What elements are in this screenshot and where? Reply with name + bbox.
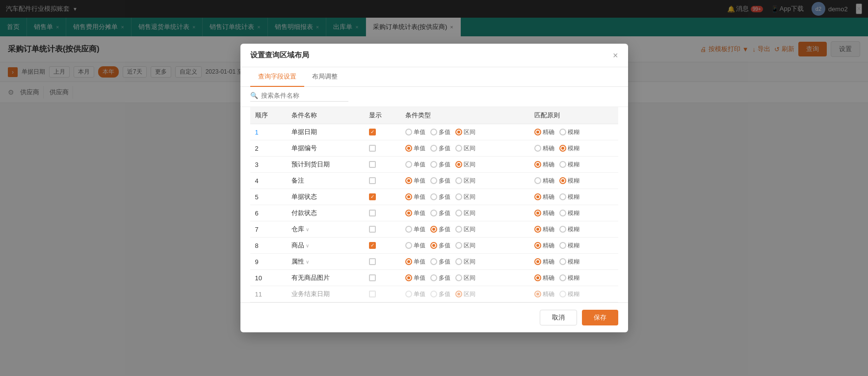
type-radio-单值[interactable]: 单值: [405, 274, 425, 282]
type-radio-多值[interactable]: 多值: [430, 225, 450, 234]
match-radio-模糊[interactable]: 模糊: [559, 209, 579, 217]
display-checkbox[interactable]: [369, 226, 376, 233]
radio-circle: [455, 274, 462, 281]
row-order: 10: [250, 270, 287, 286]
type-radio-多值[interactable]: 多值: [430, 161, 450, 169]
match-radio-精确[interactable]: 精确: [534, 209, 554, 217]
search-input[interactable]: [261, 92, 340, 99]
type-radio-多值[interactable]: 多值: [430, 193, 450, 201]
display-checkbox[interactable]: [369, 145, 376, 152]
display-checkbox[interactable]: [369, 258, 376, 265]
type-radio-区间[interactable]: 区间: [455, 209, 475, 217]
radio-circle: [455, 145, 462, 152]
type-radio-单值[interactable]: 单值: [405, 242, 425, 250]
type-radio-区间[interactable]: 区间: [455, 128, 475, 136]
type-radio-多值[interactable]: 多值: [430, 274, 450, 282]
type-radio-多值[interactable]: 多值: [430, 209, 450, 217]
match-radio-模糊[interactable]: 模糊: [559, 161, 579, 169]
type-radio-区间[interactable]: 区间: [455, 274, 475, 282]
table-row: 5单据状态单值多值区间精确模糊: [250, 189, 618, 205]
type-radio-区间[interactable]: 区间: [455, 242, 475, 250]
type-radio-区间[interactable]: 区间: [455, 161, 475, 169]
type-radio-多值[interactable]: 多值: [430, 177, 450, 185]
radio-circle: [455, 226, 462, 233]
match-radio-模糊[interactable]: 模糊: [559, 258, 579, 266]
match-radio-模糊[interactable]: 模糊: [559, 225, 579, 234]
display-checkbox[interactable]: [369, 274, 376, 281]
type-radio-单值[interactable]: 单值: [405, 161, 425, 169]
table-row: 7仓库 ∨单值多值区间精确模糊: [250, 221, 618, 238]
match-radio-精确[interactable]: 精确: [534, 161, 554, 169]
row-type: 单值多值区间: [400, 124, 529, 140]
row-display: [364, 157, 400, 173]
display-checkbox[interactable]: [369, 291, 376, 297]
radio-circle: [405, 226, 412, 233]
radio-circle: [559, 145, 566, 152]
type-radio-多值[interactable]: 多值: [430, 258, 450, 266]
match-radio-模糊[interactable]: 模糊: [559, 128, 579, 136]
type-radio-单值[interactable]: 单值: [405, 193, 425, 201]
type-radio-区间[interactable]: 区间: [455, 258, 475, 266]
type-radio-多值[interactable]: 多值: [430, 144, 450, 153]
type-radio-多值[interactable]: 多值: [430, 290, 450, 298]
row-name: 单据编号: [287, 140, 364, 157]
save-button[interactable]: 保存: [582, 310, 618, 325]
main-area: 采购订单统计表(按供应商) 🖨 按模板打印 ▼ ↓ 导出 ↺ 刷新 查询 设置: [0, 36, 868, 376]
type-radio-区间[interactable]: 区间: [455, 177, 475, 185]
radio-circle: [405, 129, 412, 135]
radio-circle: [534, 242, 541, 249]
row-match: 精确模糊: [529, 173, 618, 189]
type-radio-单值[interactable]: 单值: [405, 177, 425, 185]
match-radio-模糊[interactable]: 模糊: [559, 144, 579, 153]
type-radio-单值[interactable]: 单值: [405, 209, 425, 217]
type-radio-单值[interactable]: 单值: [405, 144, 425, 153]
row-match: 精确模糊: [529, 254, 618, 270]
type-radio-区间[interactable]: 区间: [455, 193, 475, 201]
match-radio-精确[interactable]: 精确: [534, 258, 554, 266]
type-radio-区间[interactable]: 区间: [455, 225, 475, 234]
dialog-close-button[interactable]: ×: [613, 51, 618, 60]
radio-circle: [455, 129, 462, 135]
tab-query-fields[interactable]: 查询字段设置: [250, 67, 304, 87]
type-radio-单值[interactable]: 单值: [405, 258, 425, 266]
display-checkbox[interactable]: [369, 210, 376, 216]
match-radio-精确[interactable]: 精确: [534, 290, 554, 298]
match-radio-模糊[interactable]: 模糊: [559, 193, 579, 201]
display-checkbox[interactable]: [369, 242, 376, 249]
match-radio-模糊[interactable]: 模糊: [559, 274, 579, 282]
display-checkbox[interactable]: [369, 177, 376, 184]
type-radio-多值[interactable]: 多值: [430, 242, 450, 250]
row-display: [364, 238, 400, 254]
type-radio-多值[interactable]: 多值: [430, 128, 450, 136]
match-radio-精确[interactable]: 精确: [534, 193, 554, 201]
row-name: 属性 ∨: [287, 254, 364, 270]
radio-circle: [430, 129, 437, 135]
match-radio-精确[interactable]: 精确: [534, 177, 554, 185]
match-radio-精确[interactable]: 精确: [534, 144, 554, 153]
display-checkbox[interactable]: [369, 161, 376, 168]
row-display: [364, 189, 400, 205]
match-radio-精确[interactable]: 精确: [534, 242, 554, 250]
row-order: 6: [250, 205, 287, 221]
row-display: [364, 173, 400, 189]
radio-circle: [430, 226, 437, 233]
tab-layout-adjust[interactable]: 布局调整: [304, 67, 345, 87]
row-order: 9: [250, 254, 287, 270]
match-radio-精确[interactable]: 精确: [534, 128, 554, 136]
display-checkbox[interactable]: [369, 129, 376, 135]
radio-circle: [559, 291, 566, 297]
type-radio-区间[interactable]: 区间: [455, 144, 475, 153]
type-radio-单值[interactable]: 单值: [405, 290, 425, 298]
row-match: 精确模糊: [529, 157, 618, 173]
match-radio-模糊[interactable]: 模糊: [559, 290, 579, 298]
match-radio-模糊[interactable]: 模糊: [559, 177, 579, 185]
match-radio-精确[interactable]: 精确: [534, 225, 554, 234]
type-radio-单值[interactable]: 单值: [405, 128, 425, 136]
type-radio-区间[interactable]: 区间: [455, 290, 475, 298]
cancel-button[interactable]: 取消: [540, 310, 577, 325]
match-radio-精确[interactable]: 精确: [534, 274, 554, 282]
type-radio-单值[interactable]: 单值: [405, 225, 425, 234]
display-checkbox[interactable]: [369, 193, 376, 200]
match-radio-模糊[interactable]: 模糊: [559, 242, 579, 250]
search-input-wrap: 🔍: [250, 92, 348, 102]
